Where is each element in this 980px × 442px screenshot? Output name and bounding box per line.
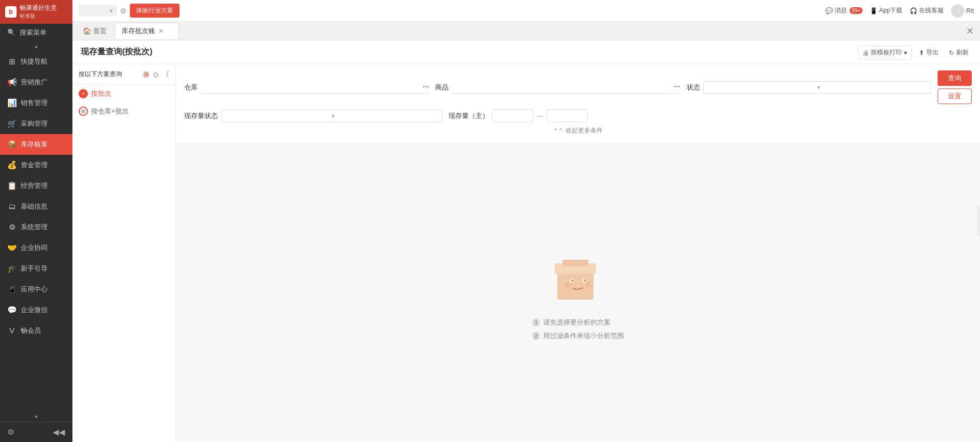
empty-hint-2: 2 用过滤条件来缩小分析范围 [532,331,624,341]
page-title: 现存量查询(按批次) [81,47,153,63]
search-menu[interactable]: 🔍 搜索菜单 [0,24,72,41]
goods-more-icon[interactable]: ••• [674,83,680,91]
hint-num-2: 2 [532,332,540,340]
add-plan-icon[interactable]: ⊕ [143,69,150,79]
stock-status-chevron-icon: ▾ [332,112,438,120]
plan-item-batch[interactable]: ✓ 按批次 [72,85,175,102]
topbar-left: ▾ ⚙ 体验行业方案 [79,4,821,18]
stock-status-select[interactable]: ▾ [221,110,442,122]
sidebar-item-label: 资金管理 [21,160,48,170]
online-service-button[interactable]: 🎧 在线客服 [910,6,944,15]
tab-close-right-icon[interactable]: ✕ [966,25,974,37]
sidebar-item-sales[interactable]: 📊 销售管理 [0,93,72,113]
sidebar-scroll-down[interactable]: ▼ [33,413,40,421]
sidebar-item-label: 企业协同 [21,243,48,253]
content-area: 按以下方案查询 ⊕ ⊙ 《 ✓ 按批次 按仓库+批次 [72,64,980,442]
sidebar-item-appstore[interactable]: 📱 应用中心 [0,279,72,300]
plan-settings-icon[interactable]: ⊙ [153,70,159,79]
phone-icon: 📱 [870,7,878,14]
tab-inventory-batch[interactable]: 库存批次账 ✕ [115,23,179,39]
user-avatar[interactable]: Rit [951,4,974,18]
app-download-label: App下载 [879,6,902,15]
breadcrumb-chevron-icon: ▾ [110,7,113,14]
warehouse-input[interactable] [201,83,421,91]
empty-hints: 1 请先选择要分析的方案 2 用过滤条件来缩小分析范围 [532,318,624,341]
sidebar-item-finance[interactable]: 💰 资金管理 [0,155,72,175]
export-button[interactable]: ⬆ 导出 [916,46,942,59]
sidebar-item-label: 快捷导航 [21,57,48,66]
collapse-sidebar-icon[interactable]: ◀◀ [53,428,65,437]
sidebar-item-label: 经营管理 [21,181,48,190]
page-header-actions: 🖨 按模板打印 ▾ ⬆ 导出 ↻ 刷新 [858,46,972,60]
query-button[interactable]: 查询 [938,70,972,86]
sidebar-item-basic[interactable]: 🗂 基础信息 [0,196,72,217]
refresh-label: 刷新 [956,48,969,57]
left-panel-actions: ⊕ ⊙ 《 [143,69,169,79]
export-icon: ⬆ [919,49,924,56]
message-icon: 💬 [825,7,833,14]
hint-num-1: 1 [532,318,540,327]
sidebar-item-inventory[interactable]: 📦 库存核算 [0,134,72,155]
search-icon: 🔍 [7,28,16,36]
sidebar-item-operation[interactable]: 📋 经营管理 [0,175,72,196]
printer-icon: 🖨 [863,49,869,56]
wechat-icon: 💬 [7,305,17,315]
print-button[interactable]: 🖨 按模板打印 ▾ [858,46,912,60]
qty-max-input[interactable] [546,109,588,122]
topbar-gear-icon[interactable]: ⚙ [120,7,127,15]
sidebar-item-system[interactable]: ⚙ 系统管理 [0,217,72,238]
collapse-panel-icon[interactable]: 《 [162,70,169,79]
sidebar-scroll-up[interactable]: ▲ [33,42,40,50]
print-chevron-icon: ▾ [904,49,907,56]
tab-close-icon[interactable]: ✕ [158,27,164,35]
refresh-button[interactable]: ↻ 刷新 [946,46,972,59]
status-label: 状态 [687,83,700,92]
plan-batch-icon: ✓ [79,89,88,98]
tabs-bar: 🏠 首页 库存批次账 ✕ ✕ [72,22,980,40]
sidebar-item-enterprise[interactable]: 🤝 企业协同 [0,238,72,258]
sidebar-item-label: 营销推广 [21,78,48,87]
scrollbar-thumb[interactable] [977,205,980,237]
hint-text-2: 用过滤条件来缩小分析范围 [543,331,624,341]
warehouse-more-icon[interactable]: ••• [423,83,429,91]
sidebar-item-marketing[interactable]: 📢 营销推广 [0,72,72,93]
svg-point-6 [584,279,586,282]
collapse-label: 收起更多条件 [566,126,603,135]
operation-icon: 📋 [7,181,17,190]
sidebar-item-shortcut[interactable]: ⊞ 快捷导航 [0,51,72,72]
marketing-icon: 📢 [7,78,17,87]
right-panel: 仓库 ••• 商品 ••• [176,64,980,442]
sidebar-item-guide[interactable]: 🎓 新手引导 [0,258,72,279]
sidebar-nav: ⊞ 快捷导航 📢 营销推广 📊 销售管理 🛒 采购管理 📦 库存核算 💰 [0,51,72,412]
plan-warehouse-batch-icon [79,107,88,116]
enterprise-icon: 🤝 [7,243,17,253]
guide-icon: 🎓 [7,264,17,273]
settings-button[interactable]: 设置 [938,89,972,104]
sidebar-header: b 畅康通好生意 标准版 [0,0,72,24]
collapse-more-button[interactable]: ⌃⌃ 收起更多条件 [184,124,972,137]
status-select[interactable]: ▾ [703,81,931,94]
trial-button[interactable]: 体验行业方案 [130,4,180,18]
message-button[interactable]: 💬 消息 99+ [825,6,863,15]
sidebar-item-wechat[interactable]: 💬 企业微信 [0,300,72,320]
sidebar-item-purchase[interactable]: 🛒 采购管理 [0,113,72,134]
sidebar-item-label: 企业微信 [21,305,48,315]
tab-home[interactable]: 🏠 首页 [77,23,113,39]
goods-input[interactable] [452,83,672,91]
action-buttons: 查询 设置 [938,70,972,104]
message-badge: 99+ [850,7,863,14]
warehouse-field: ••• [201,81,429,94]
sidebar-item-label: 系统管理 [21,223,48,232]
basic-icon: 🗂 [7,202,17,211]
app-download-button[interactable]: 📱 App下载 [870,6,902,15]
plan-item-warehouse-batch[interactable]: 按仓库+批次 [72,102,175,120]
left-panel: 按以下方案查询 ⊕ ⊙ 《 ✓ 按批次 按仓库+批次 [72,64,176,442]
svg-point-8 [586,282,591,287]
settings-icon[interactable]: ⚙ [7,428,14,437]
qty-min-input[interactable] [492,109,533,122]
inventory-icon: 📦 [7,140,17,149]
breadcrumb-text [83,6,108,15]
print-label: 按模板打印 [871,48,902,57]
plan-warehouse-batch-label: 按仓库+批次 [91,107,129,116]
sidebar-item-member[interactable]: V 畅会员 [0,320,72,341]
